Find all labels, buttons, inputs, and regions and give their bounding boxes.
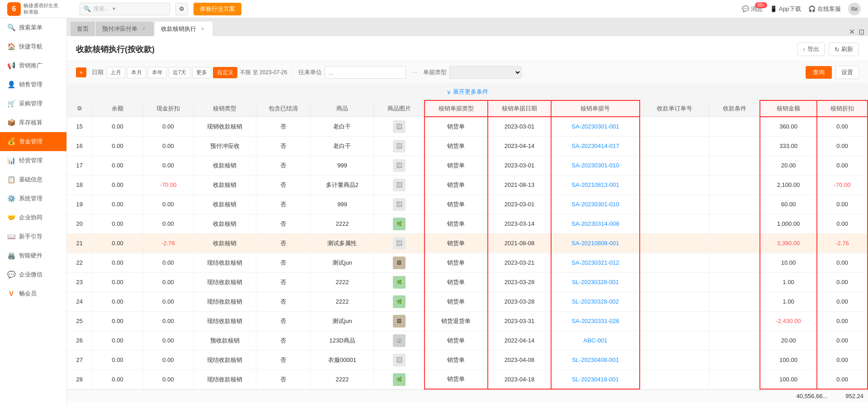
message-button[interactable]: 💬 消息 99+ — [742, 5, 763, 13]
table-row: 16 0.00 0.00 预付冲应收 否 老白干 🖼 销货单 2023-04-1… — [67, 136, 868, 156]
sidebar-item-wechat[interactable]: 💬 企业微信 — [0, 265, 66, 284]
bill-no-link[interactable]: ABC-001 — [584, 337, 608, 344]
bill-no-link[interactable]: SA-20230301-001 — [571, 123, 619, 130]
bill-no-link[interactable]: SA-20230414-017 — [571, 143, 619, 149]
tab-home[interactable]: 首页 — [71, 22, 95, 36]
export-icon: ↑ — [803, 46, 806, 53]
cell-balance: 0.00 — [92, 233, 143, 253]
date-this-month[interactable]: 本月 — [127, 67, 146, 78]
cell-receipt-cond — [709, 253, 760, 272]
bill-no-link[interactable]: SL-20230418-001 — [572, 376, 619, 383]
cell-receipt-cond — [709, 175, 760, 195]
search-box[interactable]: 🔍 搜索... ▼ — [80, 3, 170, 15]
cell-cash-discount: 0.00 — [143, 292, 193, 311]
sidebar-item-search[interactable]: 🔍 搜索菜单 — [0, 18, 66, 37]
tab-prepay[interactable]: 预付冲应付单 × — [96, 22, 154, 36]
sidebar-item-quick-nav[interactable]: 🏠 快捷导航 — [0, 37, 66, 56]
window-maximize-icon[interactable]: ⊡ — [859, 28, 864, 36]
chevron-down-icon: ▼ — [112, 6, 116, 11]
sidebar-item-enterprise[interactable]: 🤝 企业协同 — [0, 208, 66, 227]
date-more[interactable]: 更多 — [192, 67, 211, 78]
guide-icon: 📖 — [7, 233, 15, 241]
sidebar-item-marketing[interactable]: 📢 营销推广 — [0, 56, 66, 75]
sidebar-item-management[interactable]: 📊 经营管理 — [0, 151, 66, 170]
cell-balance: 0.00 — [92, 195, 143, 214]
date-custom[interactable]: 自定义 — [213, 67, 237, 78]
bill-no-link[interactable]: SA-20230331-026 — [571, 318, 619, 324]
sidebar-item-system[interactable]: ⚙️ 系统管理 — [0, 189, 66, 208]
expand-conditions-button[interactable]: ∨ 展开更多条件 — [447, 88, 488, 96]
export-button[interactable]: ↑ 导出 — [797, 43, 826, 56]
cell-type: 收款核销 — [193, 233, 256, 253]
bill-no-link[interactable]: SL-20230328-001 — [572, 279, 619, 285]
user-avatar[interactable]: Rit — [848, 3, 861, 15]
bill-no-link[interactable]: SA-20210808-001 — [571, 240, 619, 247]
sidebar-item-guide[interactable]: 📖 新手引导 — [0, 227, 66, 246]
filter-expand-left-btn[interactable]: » — [76, 67, 86, 77]
cell-no: 25 — [67, 311, 92, 331]
sidebar-item-basic[interactable]: 📋 基础信息 — [0, 170, 66, 189]
table-container[interactable]: ⚙ 余额 现金折扣 核销类型 包含已结清 商品 商品图片 核销单据类型 核销单据… — [67, 100, 868, 404]
tab-receipt[interactable]: 收款核销执行 × — [155, 22, 212, 36]
sales-icon: 👤 — [7, 81, 15, 89]
industry-button[interactable]: 体验行业方案 — [193, 3, 241, 15]
cell-bill-date: 2023-03-28 — [488, 272, 551, 292]
table-row: 15 0.00 0.00 现销收款核销 否 老白干 🖼 销货单 2023-03-… — [67, 117, 868, 136]
online-service-button[interactable]: 🎧 在线客服 — [808, 5, 841, 13]
sidebar-label-hardware: 智能硬件 — [19, 252, 42, 260]
cell-type: 收款核销 — [193, 195, 256, 214]
cell-amount: 100.00 — [760, 350, 817, 370]
col-gear[interactable]: ⚙ — [67, 100, 92, 117]
bill-no-link[interactable]: SA-20230301-010 — [571, 201, 619, 208]
sidebar-item-inventory[interactable]: 📦 库存核算 — [0, 113, 66, 132]
cell-product-img: 🌿 — [374, 272, 425, 292]
tab-receipt-close[interactable]: × — [199, 25, 206, 33]
date-this-year[interactable]: 本年 — [148, 67, 167, 78]
bill-no-link[interactable]: SA-20230321-012 — [571, 259, 619, 266]
sidebar-item-hardware[interactable]: 🖨️ 智能硬件 — [0, 246, 66, 265]
date-7days[interactable]: 近7天 — [169, 67, 191, 78]
filter-divider-1 — [292, 68, 293, 77]
cell-balance: 0.00 — [92, 350, 143, 370]
window-close-icon[interactable]: ✕ — [849, 28, 855, 36]
sidebar-item-finance[interactable]: 💰 资金管理 — [0, 132, 66, 151]
cell-bill-date: 2021-08-13 — [488, 175, 551, 195]
tab-prepay-close[interactable]: × — [140, 25, 147, 33]
cell-bill-date: 2023-04-08 — [488, 350, 551, 370]
expand-row: ∨ 展开更多条件 — [67, 84, 868, 100]
cell-product-img: 🖼 — [374, 233, 425, 253]
sidebar-item-purchase[interactable]: 🛒 采购管理 — [0, 94, 66, 113]
unit-input[interactable] — [325, 66, 406, 79]
cell-discount: 0.00 — [817, 331, 868, 350]
cell-bill-no: SL-20230328-001 — [551, 272, 640, 292]
cell-product-img: 🌿 — [374, 292, 425, 311]
cell-discount: 0.00 — [817, 253, 868, 272]
cell-type: 现销收款核销 — [193, 117, 256, 136]
col-bill-date: 核销单据日期 — [488, 100, 551, 117]
total-amount: 40,556,66... — [797, 393, 828, 399]
sidebar-item-sales[interactable]: 👤 销售管理 — [0, 75, 66, 94]
cell-settled: 否 — [256, 370, 311, 389]
table-row: 26 0.00 0.00 预收款核销 否 123D商品 🏢 销货单 2022-0… — [67, 331, 868, 350]
col-bill-no: 核销单据号 — [551, 100, 640, 117]
cell-settled: 否 — [256, 136, 311, 156]
bill-type-select[interactable] — [449, 66, 522, 79]
query-button[interactable]: 查询 — [806, 66, 832, 79]
gear-button[interactable]: ⚙ — [175, 3, 188, 15]
settings-button[interactable]: 设置 — [835, 66, 859, 79]
bill-no-link[interactable]: SL-20230328-002 — [572, 298, 619, 305]
date-last-month[interactable]: 上月 — [106, 67, 125, 78]
col-settled: 包含已结清 — [256, 100, 311, 117]
bill-no-link[interactable]: SL-20230408-001 — [572, 356, 619, 363]
app-download-button[interactable]: 📱 App下载 — [770, 5, 801, 13]
enterprise-icon: 🤝 — [7, 214, 15, 222]
col-receipt-cond: 收款条件 — [709, 100, 760, 117]
bill-no-link[interactable]: SA-20210813-001 — [571, 181, 619, 188]
sidebar-item-member[interactable]: V 畅会员 — [0, 284, 66, 303]
cell-receipt-cond — [709, 136, 760, 156]
bill-no-link[interactable]: SA-20230301-010 — [571, 162, 619, 169]
message-icon: 💬 — [742, 5, 749, 12]
top-bar: 6 畅捷通谱好生意 标准版 🔍 搜索... ▼ ⚙ 体验行业方案 💬 消息 99… — [0, 0, 868, 18]
refresh-button[interactable]: ↻ 刷新 — [829, 43, 859, 56]
bill-no-link[interactable]: SA-20230314-008 — [571, 220, 619, 227]
